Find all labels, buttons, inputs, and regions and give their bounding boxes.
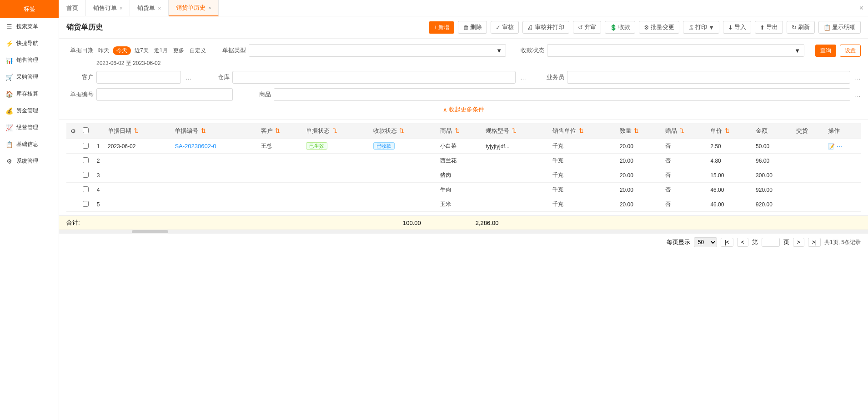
staff-dots[interactable]: … xyxy=(855,74,861,81)
shortcut-7days[interactable]: 近7天 xyxy=(133,46,151,55)
row-checkbox-0[interactable] xyxy=(83,143,89,149)
row-price-1: 4.80 xyxy=(707,154,753,168)
sidebar-item-sales-mgmt[interactable]: 📊 销售管理 xyxy=(0,52,59,69)
tab-sales-delivery[interactable]: 销货单 × xyxy=(130,0,168,16)
audit-button[interactable]: ✓ 审核 xyxy=(491,21,519,34)
collect-button[interactable]: 💲 收款 xyxy=(605,21,635,34)
export-button[interactable]: ⬆ 导出 xyxy=(755,21,783,34)
col-num xyxy=(91,123,105,139)
tab-close-sales-delivery[interactable]: × xyxy=(158,5,161,11)
sidebar-item-basic-info[interactable]: 📋 基础信息 xyxy=(0,136,59,153)
row-check-0[interactable] xyxy=(80,139,91,154)
sort-gift-icon[interactable]: ⇅ xyxy=(679,127,684,134)
warehouse-input[interactable] xyxy=(232,71,516,84)
shortcut-yesterday[interactable]: 昨天 xyxy=(96,46,111,55)
row-unit-4: 千克 xyxy=(550,197,617,212)
delete-button[interactable]: 🗑 删除 xyxy=(458,21,487,34)
action-more-0[interactable]: ⋯ xyxy=(837,143,842,150)
col-customer: 客户 ⇅ xyxy=(258,123,304,139)
sidebar-item-operation[interactable]: 📈 经营管理 xyxy=(0,119,59,136)
row-customer-4 xyxy=(258,197,304,212)
sort-goods-icon[interactable]: ⇅ xyxy=(455,127,460,134)
toolbar: + 新增 🗑 删除 ✓ 审核 🖨 审核并打印 ↺ 弃审 xyxy=(429,21,861,34)
sort-doc-date-icon[interactable]: ⇅ xyxy=(134,127,139,134)
show-detail-button[interactable]: 📋 显示明细 xyxy=(818,21,861,34)
sort-doc-status-icon[interactable]: ⇅ xyxy=(332,127,337,134)
horizontal-scrollbar[interactable] xyxy=(59,230,868,233)
shortcut-today[interactable]: 今天 xyxy=(113,46,131,55)
shortcut-1month[interactable]: 近1月 xyxy=(152,46,170,55)
action-edit-0[interactable]: 📝 xyxy=(828,143,835,150)
goods-dots[interactable]: … xyxy=(855,91,861,98)
doc-no-label: 单据编号 xyxy=(66,90,94,99)
row-checkbox-1[interactable] xyxy=(83,157,89,163)
refresh-button[interactable]: ↻ 刷新 xyxy=(787,21,815,34)
staff-input[interactable] xyxy=(567,71,850,84)
row-check-2[interactable] xyxy=(80,168,91,183)
audit-print-button[interactable]: 🖨 审核并打印 xyxy=(522,21,569,34)
doc-type-label: 单据类型 xyxy=(219,46,246,55)
print-button[interactable]: 🖨 打印 ▼ xyxy=(683,21,719,34)
next-page-button[interactable]: > xyxy=(793,238,804,247)
row-check-1[interactable] xyxy=(80,154,91,168)
warehouse-dots[interactable]: … xyxy=(520,74,526,81)
row-qty-3: 20.00 xyxy=(617,183,662,197)
shortcut-custom[interactable]: 自定义 xyxy=(188,46,208,55)
sort-pay-status-icon[interactable]: ⇅ xyxy=(399,127,404,134)
row-doc-status-0: 已生效 xyxy=(303,139,370,154)
doc-no-link-0[interactable]: SA-20230602-0 xyxy=(175,143,216,150)
sidebar-item-quick-nav[interactable]: ⚡ 快捷导航 xyxy=(0,35,59,52)
per-page-select[interactable]: 50 100 200 xyxy=(694,237,717,247)
collapse-button[interactable]: ∧ 收起更多条件 xyxy=(66,105,861,114)
first-page-button[interactable]: |< xyxy=(721,238,733,247)
sidebar-item-sys-mgmt[interactable]: ⚙ 系统管理 xyxy=(0,153,59,170)
tab-home[interactable]: 首页 xyxy=(59,0,86,16)
purchase-icon: 🛒 xyxy=(5,74,13,81)
doc-no-input[interactable] xyxy=(96,88,233,101)
col-price: 单价 ⇅ xyxy=(707,123,753,139)
new-button[interactable]: + 新增 xyxy=(429,21,454,34)
quick-nav-icon: ⚡ xyxy=(5,40,13,47)
sidebar-item-purchase-mgmt[interactable]: 🛒 采购管理 xyxy=(0,69,59,85)
pay-status-select[interactable]: ▼ xyxy=(547,44,804,57)
row-checkbox-4[interactable] xyxy=(83,201,89,207)
tab-close-history[interactable]: × xyxy=(208,5,211,10)
sort-customer-icon[interactable]: ⇅ xyxy=(275,127,280,134)
sidebar-item-search-menu[interactable]: ☰ 搜索菜单 xyxy=(0,18,59,35)
row-check-3[interactable] xyxy=(80,183,91,197)
abandon-button[interactable]: ↺ 弃审 xyxy=(573,21,601,34)
batch-change-button[interactable]: ⚙ 批量变更 xyxy=(639,21,679,34)
tab-sales-order[interactable]: 销售订单 × xyxy=(86,0,130,16)
customer-input[interactable] xyxy=(96,71,181,84)
page-number-input[interactable]: 1 xyxy=(762,238,780,247)
settings-button[interactable]: 设置 xyxy=(840,45,861,57)
sort-qty-icon[interactable]: ⇅ xyxy=(634,127,639,134)
import-button[interactable]: ⬇ 导入 xyxy=(723,21,751,34)
sidebar-logo: 标签 xyxy=(0,0,59,18)
shortcut-more[interactable]: 更多 xyxy=(171,46,186,55)
select-all-checkbox[interactable] xyxy=(83,127,89,133)
tab-close-sales-order[interactable]: × xyxy=(120,5,122,11)
row-checkbox-3[interactable] xyxy=(83,186,89,192)
row-checkbox-2[interactable] xyxy=(83,172,89,178)
customer-dots[interactable]: … xyxy=(186,74,191,81)
doc-type-select[interactable]: ▼ xyxy=(249,44,506,57)
sidebar-item-finance[interactable]: 💰 资金管理 xyxy=(0,102,59,119)
goods-input[interactable] xyxy=(274,88,850,101)
sort-unit-icon[interactable]: ⇅ xyxy=(579,127,584,134)
sidebar-item-inventory[interactable]: 🏠 库存核算 xyxy=(0,85,59,102)
refresh-icon: ↻ xyxy=(792,24,797,31)
gear-icon[interactable]: ⚙ xyxy=(70,128,76,135)
tabbar-close-all[interactable]: × xyxy=(859,4,868,12)
last-page-button[interactable]: >| xyxy=(808,238,821,247)
page-content: 销货单历史 + 新增 🗑 删除 ✓ 审核 🖨 审核并打印 ↺ 弃审 xyxy=(59,16,868,420)
query-button[interactable]: 查询 xyxy=(815,45,836,57)
sort-doc-no-icon[interactable]: ⇅ xyxy=(201,127,206,134)
sort-price-icon[interactable]: ⇅ xyxy=(725,127,730,134)
row-check-4[interactable] xyxy=(80,197,91,212)
sort-spec-icon[interactable]: ⇅ xyxy=(512,127,517,134)
operation-icon: 📈 xyxy=(5,124,13,131)
table-body: 1 2023-06-02 SA-20230602-0 王总 已生效 已收款 小白… xyxy=(66,139,861,212)
tab-sales-delivery-history[interactable]: 销货单历史 × xyxy=(169,0,219,16)
prev-page-button[interactable]: < xyxy=(737,238,748,247)
